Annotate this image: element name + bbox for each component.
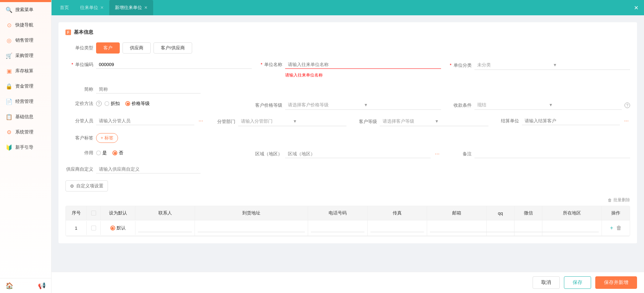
disabled-label: 停用 <box>65 150 93 156</box>
short-name-input[interactable] <box>96 85 201 93</box>
batch-delete-btn[interactable]: 🗑 批量删除 <box>65 197 630 203</box>
tab-home[interactable]: 首页 <box>54 0 74 15</box>
customer-level-label: 客户等级 <box>349 119 377 125</box>
region-table-input[interactable] <box>545 224 599 232</box>
header-checkbox[interactable] <box>91 211 96 215</box>
save-button[interactable]: 保存 <box>564 276 591 289</box>
td-phone <box>308 220 368 236</box>
category-chevron-icon: ▼ <box>553 63 627 67</box>
unit-code-input[interactable] <box>96 60 252 69</box>
sidebar-item-guide[interactable]: 🔰 新手引导 <box>0 140 51 155</box>
radio-discount[interactable]: 折扣 <box>104 100 120 107</box>
notify-icon[interactable]: 📢 <box>38 282 46 290</box>
section-title: F 基本信息 <box>65 29 630 35</box>
unit-name-label: * 单位名称 <box>254 62 282 68</box>
row-checkbox[interactable] <box>91 226 96 230</box>
department-select[interactable]: 请输入分管部门 ▼ <box>238 117 347 126</box>
radio-price-level-circle <box>125 101 130 106</box>
pricing-radio-group: 折扣 价格等级 <box>104 100 150 107</box>
gear-icon: ⚙ <box>70 184 74 189</box>
th-region: 所在地区 <box>542 206 602 220</box>
region-dots-btn[interactable]: ··· <box>433 151 441 157</box>
pricing-help-icon[interactable]: ? <box>96 101 102 106</box>
batch-delete-icon: 🗑 <box>608 198 612 203</box>
contact-input[interactable] <box>138 224 192 232</box>
row-delete-btn[interactable]: 🗑 <box>616 225 622 231</box>
th-email: 邮箱 <box>427 206 487 220</box>
home-icon[interactable]: 🏠 <box>6 282 13 290</box>
email-input[interactable] <box>430 224 484 232</box>
remark-label: 备注 <box>444 151 472 157</box>
sidebar-item-system[interactable]: ⚙ 系统管理 <box>0 124 51 140</box>
save-add-button[interactable]: 保存并新增 <box>595 276 637 289</box>
address-input[interactable] <box>198 224 305 232</box>
quick-nav-icon: ⊙ <box>6 22 13 29</box>
pricing-method-label: 定价方法 <box>65 100 93 107</box>
type-btn-customer[interactable]: 客户 <box>96 42 120 54</box>
tag-field: 客户标签 + 标签 <box>65 133 630 143</box>
row-add-btn[interactable]: + <box>610 225 613 231</box>
sidebar-item-sales[interactable]: ◎ 销售管理 <box>0 33 51 48</box>
row-default-radio[interactable]: 默认 <box>110 225 126 231</box>
sidebar-item-label: 系统管理 <box>15 129 33 135</box>
sidebar-item-label: 销售管理 <box>15 37 33 43</box>
row-default-label: 默认 <box>117 225 126 231</box>
settlement-input[interactable] <box>522 117 620 125</box>
unit-type-buttons: 客户 供应商 客户/供应商 <box>96 42 192 54</box>
unit-name-error-msg: 请输入往来单位名称 <box>285 72 323 78</box>
sidebar-item-inventory[interactable]: ▣ 库存核算 <box>0 63 51 79</box>
type-btn-both[interactable]: 客户/供应商 <box>154 42 192 54</box>
td-action: + 🗑 <box>602 221 630 235</box>
customer-price-chevron-icon: ▼ <box>364 103 438 107</box>
th-phone: 电话号码 <box>308 206 368 220</box>
phone-input[interactable] <box>311 224 364 232</box>
unit-category-select[interactable]: 未分类 ▼ <box>474 60 630 70</box>
manager-label: 分管人员 <box>65 118 93 124</box>
payment-terms-select[interactable]: 现结 ▼ <box>474 100 622 110</box>
unit-category-field: * 单位分类 未分类 ▼ <box>444 60 630 70</box>
supplier-custom-input[interactable] <box>96 165 201 173</box>
main-area: 首页 往来单位 ✕ 新增往来单位 ✕ ✕ F 基本信息 单位类型 客户 <box>52 0 644 293</box>
radio-price-level[interactable]: 价格等级 <box>125 100 150 107</box>
th-default: 设为默认 <box>101 206 135 220</box>
short-name-field: 简称 <box>65 85 630 93</box>
window-close-btn[interactable]: ✕ <box>631 5 641 11</box>
type-btn-supplier[interactable]: 供应商 <box>123 42 151 54</box>
sidebar-item-operations[interactable]: 📄 经营管理 <box>0 94 51 109</box>
purchase-icon: 🛒 <box>6 52 13 59</box>
tab-home-label: 首页 <box>60 5 69 11</box>
remark-input[interactable] <box>474 150 630 158</box>
system-icon: ⚙ <box>6 129 13 136</box>
table-row: 1 默认 <box>66 220 630 236</box>
tab-new-counterparty-close[interactable]: ✕ <box>144 5 148 10</box>
sidebar-item-basic-info[interactable]: 📋 基础信息 <box>0 109 51 124</box>
radio-no[interactable]: 否 <box>112 150 123 156</box>
tab-counterparty-close[interactable]: ✕ <box>100 5 104 10</box>
region-input[interactable] <box>285 150 431 158</box>
tab-counterparty[interactable]: 往来单位 ✕ <box>74 0 109 15</box>
td-no: 1 <box>66 221 87 235</box>
add-tag-btn[interactable]: + 标签 <box>96 133 118 143</box>
customer-price-select[interactable]: 请选择客户价格等级 ▼ <box>285 100 441 110</box>
sidebar-item-quick-nav[interactable]: ⊙ 快捷导航 <box>0 17 51 33</box>
custom-settings-btn[interactable]: ⚙ 自定义项设置 <box>65 180 108 192</box>
unit-category-label: * 单位分类 <box>444 62 472 68</box>
sidebar-search[interactable]: 🔍 搜索菜单 <box>0 2 51 17</box>
pricing-row: 定价方法 ? 折扣 价格等级 客户价格等级 <box>65 100 630 110</box>
manager-input[interactable] <box>96 117 194 125</box>
manager-dots-btn[interactable]: ··· <box>197 118 204 124</box>
fax-input[interactable] <box>370 224 424 232</box>
customer-level-select[interactable]: 请选择客户等级 ▼ <box>380 117 488 126</box>
tab-new-counterparty-label: 新增往来单位 <box>115 5 142 11</box>
settlement-dots-btn[interactable]: ··· <box>623 118 630 124</box>
radio-yes[interactable]: 是 <box>96 150 107 156</box>
payment-terms-help-icon[interactable]: ? <box>625 103 630 108</box>
sidebar-item-finance[interactable]: 🔒 资金管理 <box>0 79 51 94</box>
th-no: 序号 <box>66 206 87 220</box>
radio-yes-circle <box>96 150 101 155</box>
sidebar-item-purchase[interactable]: 🛒 采购管理 <box>0 48 51 63</box>
tab-new-counterparty[interactable]: 新增往来单位 ✕ <box>109 0 153 15</box>
unit-name-input[interactable] <box>285 60 441 69</box>
radio-no-circle <box>112 150 117 155</box>
cancel-button[interactable]: 取消 <box>533 276 560 289</box>
